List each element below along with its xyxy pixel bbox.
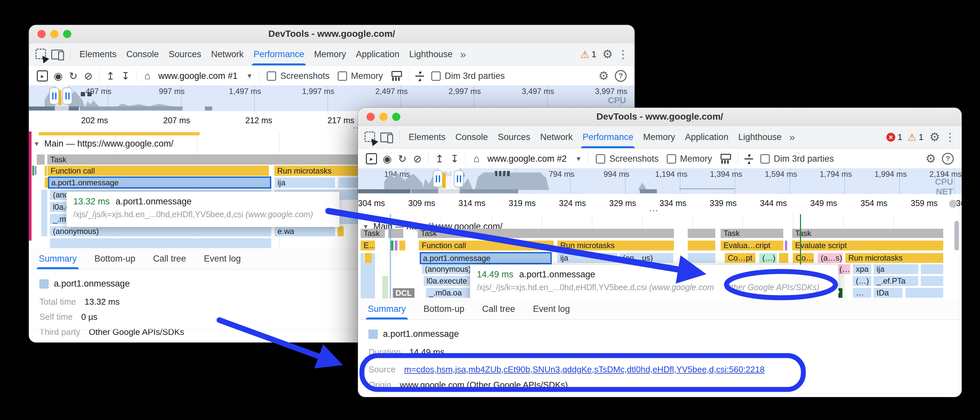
tab-event-log[interactable]: Event log [204,248,241,269]
tab-elements[interactable]: Elements [404,126,450,148]
reload-record-icon[interactable]: ↻ [66,70,81,82]
flame-bar[interactable] [687,229,715,238]
tab-performance[interactable]: Performance [248,43,309,65]
reload-record-icon[interactable]: ↻ [395,153,410,165]
tab-event-log[interactable]: Event log [533,299,570,319]
selection-handle-right[interactable] [62,88,72,104]
download-profile-icon[interactable]: ↧ [118,70,133,82]
tab-application[interactable]: Application [351,43,404,65]
panel-toggle-icon[interactable]: ▸ [37,70,48,81]
warning-badge[interactable]: ⚠ 1 [580,49,596,60]
capture-settings-gear-icon[interactable]: ⚙ [598,69,609,83]
tab-console[interactable]: Console [121,43,164,65]
tab-lighthouse[interactable]: Lighthouse [733,126,787,148]
flame-bar-ija[interactable]: ija [557,253,617,263]
flame-bar-xpa[interactable]: xpa [852,264,871,274]
maximize-button[interactable] [63,30,71,38]
flame-bar[interactable] [364,253,372,263]
tab-summary[interactable]: Summary [368,299,406,319]
selection-handle-left[interactable] [49,88,59,104]
download-profile-icon[interactable]: ↧ [447,153,462,165]
source-link[interactable]: m=cdos,hsm,jsa,mb4ZUb,cEt90b,SNUn3,qddgK… [404,364,765,375]
flame-bar-ewa[interactable]: e.wa [274,226,335,236]
dim-3rd-parties-checkbox[interactable]: Dim 3rd parties [760,154,834,164]
clear-icon[interactable]: ⊘ [81,70,96,82]
error-badge[interactable]: × 1 [886,132,902,142]
maximize-button[interactable] [392,113,400,121]
flame-bar-anon-pink[interactable]: (a…s) [817,253,842,263]
flame-bar-anonymous-truncated[interactable]: (an…us) [619,253,673,263]
flame-bar-evaluate-script[interactable]: Evalua…cript [720,241,783,251]
dim-3rd-parties-checkbox[interactable]: Dim 3rd parties [431,71,505,81]
tab-memory[interactable]: Memory [638,126,680,148]
flame-bar[interactable] [337,226,344,236]
timeline-overview[interactable]: 497 ms 997 ms 1,497 ms 1,997 ms 2,497 ms… [29,85,635,111]
tab-console[interactable]: Console [450,126,493,148]
selection-handle-left[interactable] [433,170,443,187]
flame-bar[interactable] [36,155,45,164]
device-toolbar-icon[interactable] [50,47,65,62]
home-icon[interactable]: ⌂ [469,153,484,164]
flame-bar[interactable] [399,241,405,251]
upload-profile-icon[interactable]: ↥ [432,153,447,165]
selection-handle-right[interactable] [454,170,464,187]
flame-bar[interactable] [49,238,271,248]
flame-bar-evaluate-truncated[interactable]: E…t [360,241,375,251]
record-icon[interactable]: ◉ [380,153,395,165]
close-button[interactable] [37,30,46,38]
help-icon[interactable]: ? [615,70,627,82]
profile-select[interactable]: www.google.com #1 ▼ [158,71,253,81]
inspect-icon[interactable] [33,47,49,62]
tab-bottom-up[interactable]: Bottom-up [424,299,465,319]
tab-call-tree[interactable]: Call tree [153,248,186,269]
tab-performance[interactable]: Performance [578,126,638,148]
screenshots-checkbox[interactable]: Screenshots [596,154,659,164]
flame-bar-parens[interactable]: (…) [759,253,777,263]
flame-bar[interactable] [905,288,943,298]
tab-network[interactable]: Network [535,126,578,148]
menu-dots-icon[interactable]: ⋮ [617,48,628,61]
upload-profile-icon[interactable]: ↥ [103,70,118,82]
more-tabs-icon[interactable]: » [787,131,798,143]
menu-dots-icon[interactable]: ⋮ [945,131,956,144]
more-tabs-icon[interactable]: » [458,48,469,61]
flame-bar-task[interactable]: Task [791,229,943,238]
memory-checkbox[interactable]: Memory [337,71,383,81]
tab-elements[interactable]: Elements [75,43,121,65]
help-icon[interactable]: ? [942,153,954,164]
flame-bar-task[interactable]: Task [417,229,674,238]
flame-bar[interactable] [778,253,788,263]
tab-sources[interactable]: Sources [493,126,535,148]
main-track-header[interactable]: ▼ Main — https://www.google.com/ [33,139,173,149]
timeline-overview[interactable]: 194 ms 394 ms 594 ms 794 ms 994 ms 1,194… [358,168,962,194]
flame-bar-run-microtasks[interactable]: Run microtasks [845,253,943,263]
tab-call-tree[interactable]: Call tree [482,299,515,319]
flame-bar-compile[interactable]: Co…pt [724,253,756,263]
tab-sources[interactable]: Sources [164,43,206,65]
settings-gear-icon[interactable]: ⚙ [602,47,613,61]
flame-bar[interactable] [687,253,715,263]
inspect-icon[interactable] [363,129,378,145]
track-resizer[interactable]: … [649,203,659,214]
flame-bar-ija[interactable]: ija [873,264,918,274]
device-toolbar-icon[interactable] [379,129,394,145]
flame-bar[interactable] [687,241,715,251]
flame-bar-anonymous[interactable]: (anonymous) [49,226,271,236]
tab-memory[interactable]: Memory [309,43,351,65]
flame-bar-dots[interactable]: … [852,288,871,298]
flame-bar[interactable] [920,276,943,286]
profile-select[interactable]: www.google.com #2 ▼ [487,154,582,164]
warning-badge[interactable]: ⚠ 1 [907,131,923,143]
collapse-tracks-icon[interactable]: ▾ ▴ [415,71,424,81]
collapse-tracks-icon[interactable]: ▾ ▴ [745,153,753,164]
minimize-button[interactable] [50,30,59,38]
settings-gear-icon[interactable]: ⚙ [929,130,940,144]
flame-bar-selected[interactable]: a.port1.onmessage [48,176,271,188]
garbage-collect-icon[interactable] [718,152,732,166]
clear-icon[interactable]: ⊘ [410,153,425,165]
close-button[interactable] [366,113,375,121]
main-flame-chart[interactable]: ▼ Main — https://www.google.com/ Task Ta… [358,214,962,299]
tab-network[interactable]: Network [206,43,248,65]
tab-application[interactable]: Application [680,126,733,148]
flame-bar-run-microtasks[interactable]: Run microtasks [557,241,674,251]
